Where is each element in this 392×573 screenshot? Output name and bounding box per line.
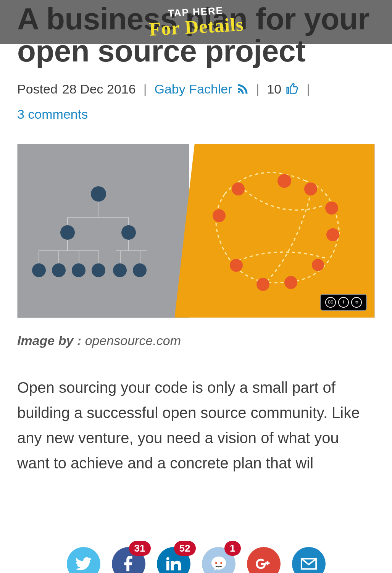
facebook-count-badge: 31: [129, 541, 151, 556]
share-twitter-button[interactable]: [67, 547, 100, 573]
overlay-banner[interactable]: TAP HERE For Details: [0, 0, 392, 44]
hero-image: CCi⟲: [17, 144, 375, 318]
comments-link[interactable]: 3 comments: [17, 104, 88, 124]
share-email-button[interactable]: [292, 547, 326, 573]
reddit-count-badge: 1: [224, 541, 240, 556]
share-bar: 31 52 1: [0, 543, 392, 573]
share-gplus-button[interactable]: [247, 547, 281, 573]
posted-label: Posted: [17, 79, 58, 99]
thumbs-up-icon[interactable]: [286, 82, 299, 95]
meta-separator: |: [256, 79, 260, 99]
article-meta: Posted 28 Dec 2016 | Gaby Fachler | 10 |…: [17, 79, 375, 125]
share-facebook-button[interactable]: 31: [112, 547, 145, 573]
rss-icon[interactable]: [237, 83, 248, 95]
article-body: Open sourcing your code is only a small …: [17, 375, 375, 476]
share-reddit-button[interactable]: 1: [202, 547, 236, 573]
image-by-label: Image by :: [17, 333, 81, 348]
share-linkedin-button[interactable]: 52: [157, 547, 190, 573]
banner-line2: For Details: [148, 13, 244, 40]
likes-count: 10: [267, 79, 281, 99]
posted-date: 28 Dec 2016: [62, 79, 136, 99]
author-link[interactable]: Gaby Fachler: [155, 79, 232, 99]
meta-separator: |: [307, 79, 310, 99]
svg-point-0: [215, 562, 217, 564]
image-by-source: opensource.com: [85, 333, 181, 348]
svg-point-1: [220, 562, 222, 564]
meta-separator: |: [144, 79, 147, 99]
image-caption: Image by : opensource.com: [17, 333, 375, 348]
cc-license-badge: CCi⟲: [320, 294, 367, 311]
linkedin-count-badge: 52: [174, 541, 196, 556]
